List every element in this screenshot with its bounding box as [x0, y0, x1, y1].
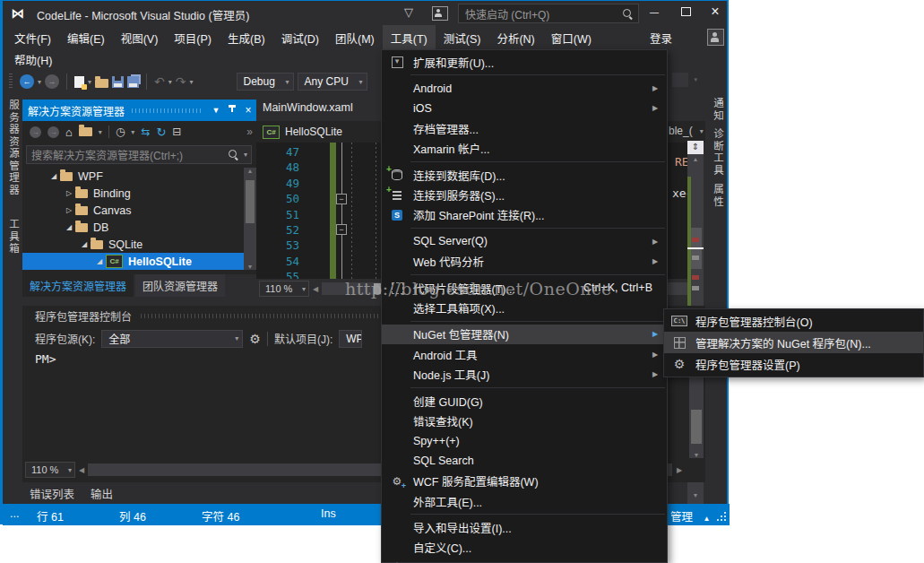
- side-tab[interactable]: 诊断工具: [711, 128, 725, 177]
- menu-item[interactable]: 错误查找(K): [382, 411, 667, 430]
- default-project-combo[interactable]: WP: [339, 330, 362, 348]
- menubar-item-help[interactable]: 帮助(H): [6, 51, 60, 68]
- tree-item[interactable]: ◢WPF: [22, 168, 244, 185]
- menu-item[interactable]: NuGet 包管理器(N): [382, 325, 667, 344]
- panel-tab[interactable]: 输出: [91, 485, 113, 502]
- sync-with-active-document-icon[interactable]: [141, 126, 150, 138]
- scroll-down-icon[interactable]: [689, 452, 704, 458]
- menubar-item[interactable]: 编辑(E): [59, 25, 113, 51]
- sign-in-link[interactable]: 登录: [650, 30, 672, 47]
- platform-combo[interactable]: Any CPU: [298, 73, 367, 91]
- menu-item[interactable]: SQL Search: [382, 451, 667, 471]
- tree-item[interactable]: ▷Binding: [22, 185, 244, 202]
- tree-item[interactable]: ◢SQLite: [22, 236, 244, 253]
- menu-item[interactable]: 扩展和更新(U)...: [382, 52, 667, 72]
- chevron-down-icon[interactable]: [131, 128, 134, 136]
- document-tab[interactable]: MainWindow.xaml: [263, 101, 353, 114]
- close-button[interactable]: [702, 1, 729, 22]
- menubar-item[interactable]: 工具(T): [383, 25, 436, 51]
- collapse-region-icon[interactable]: −: [336, 194, 347, 204]
- open-file-icon[interactable]: [95, 79, 108, 88]
- toolbar-grip[interactable]: [9, 74, 13, 90]
- status-overflow[interactable]: ...: [10, 507, 19, 520]
- menu-item[interactable]: Xamarin 帐户...: [382, 139, 667, 159]
- menu-item[interactable]: 选项(O)...: [382, 558, 667, 563]
- menubar-item[interactable]: 分析(N): [488, 25, 542, 51]
- menubar-item[interactable]: 文件(F): [6, 25, 59, 51]
- menu-item[interactable]: 连接到数据库(D)...: [382, 165, 667, 185]
- menubar-item[interactable]: 生成(B): [220, 25, 273, 51]
- menubar-item[interactable]: 团队(M): [327, 25, 383, 51]
- close-icon[interactable]: ×: [240, 104, 256, 117]
- menu-item[interactable]: 存档管理器...: [382, 118, 667, 138]
- menu-item[interactable]: 代码片段管理器(T)...Ctrl+K, Ctrl+B: [382, 278, 667, 298]
- solution-explorer-header[interactable]: 解决方案资源管理器 ▼ ×: [22, 100, 256, 121]
- scrollbar-thumb[interactable]: [691, 410, 702, 444]
- menubar-item[interactable]: 窗口(W): [543, 25, 600, 51]
- home-icon[interactable]: [65, 126, 73, 139]
- panel-tab[interactable]: 解决方案资源管理器: [22, 274, 134, 297]
- window-position-chevron-icon[interactable]: ▼: [208, 106, 224, 115]
- menu-item[interactable]: Web 代码分析: [382, 252, 667, 272]
- new-file-icon[interactable]: [74, 76, 84, 88]
- scroll-right-icon[interactable]: [672, 466, 687, 474]
- tree-item[interactable]: ◢C#HelloSQLite: [22, 253, 244, 270]
- menu-item[interactable]: 外部工具(E)...: [382, 491, 667, 511]
- solution-tree-scrollbar[interactable]: ▲ ▼: [244, 168, 256, 270]
- twist-icon-collapsed[interactable]: ▷: [63, 206, 75, 214]
- minimize-button[interactable]: [641, 1, 668, 22]
- menu-item[interactable]: 连接到服务器(S)...: [382, 185, 667, 204]
- configuration-combo[interactable]: Debug: [237, 73, 294, 91]
- scroll-left-icon[interactable]: [75, 466, 88, 474]
- menu-item[interactable]: 程序包管理器设置(P): [664, 353, 923, 375]
- scroll-up-icon[interactable]: [687, 156, 704, 162]
- scroll-down-icon[interactable]: [687, 492, 704, 498]
- scroll-left-icon[interactable]: [309, 285, 322, 293]
- side-tab[interactable]: 通知: [711, 98, 725, 122]
- menubar-item[interactable]: 调试(D): [273, 25, 327, 51]
- quick-launch-search[interactable]: 快速启动 (Ctrl+Q): [458, 4, 639, 23]
- save-all-icon[interactable]: [127, 76, 139, 88]
- tree-item[interactable]: ▷Canvas: [22, 202, 244, 219]
- twist-icon-expanded[interactable]: ◢: [93, 257, 106, 265]
- twist-icon-collapsed[interactable]: ▷: [63, 189, 75, 197]
- menu-item[interactable]: 管理解决方案的 NuGet 程序包(N)...: [664, 332, 923, 353]
- twist-icon-expanded[interactable]: ◢: [63, 223, 75, 231]
- pending-changes-icon[interactable]: [116, 126, 125, 138]
- menu-item[interactable]: 导入和导出设置(I)...: [382, 517, 667, 537]
- save-icon[interactable]: [112, 76, 124, 88]
- collapse-region-icon[interactable]: −: [336, 224, 347, 235]
- refresh-icon[interactable]: [156, 126, 166, 139]
- menubar-item[interactable]: 测试(S): [436, 25, 489, 51]
- navigate-forward-icon[interactable]: [45, 74, 59, 89]
- undo-dropdown-icon[interactable]: [168, 78, 172, 86]
- menu-item[interactable]: 创建 GUID(G): [382, 391, 667, 411]
- chevron-down-icon[interactable]: [99, 128, 102, 136]
- menu-item[interactable]: Android 工具: [382, 344, 667, 364]
- menu-item[interactable]: 添加 SharePoint 连接(R)...: [382, 205, 667, 225]
- menubar-item[interactable]: 视图(V): [113, 25, 167, 51]
- menu-item[interactable]: Node.js 工具(J): [382, 364, 667, 384]
- filter-funnel-icon[interactable]: [404, 5, 413, 19]
- twist-icon-expanded[interactable]: ◢: [78, 240, 91, 248]
- maximize-button[interactable]: [672, 1, 699, 22]
- feedback-icon[interactable]: [432, 6, 448, 21]
- scroll-up-icon[interactable]: ▲: [244, 168, 256, 174]
- editor-zoom-combo[interactable]: 110 %: [259, 281, 309, 297]
- resize-grip[interactable]: [716, 511, 727, 522]
- toolbar-overflow-icon[interactable]: [246, 126, 253, 138]
- split-window-handle[interactable]: [687, 141, 704, 154]
- side-tab[interactable]: 工具箱: [6, 219, 21, 256]
- redo-dropdown-icon[interactable]: [190, 78, 194, 86]
- navigate-back-icon[interactable]: [20, 74, 34, 89]
- solution-search-box[interactable]: 搜索解决方案资源管理器(Ctrl+;): [26, 145, 252, 164]
- nav-member-dropdown[interactable]: ble_(: [669, 125, 704, 137]
- redo-icon[interactable]: [176, 75, 186, 88]
- pin-icon[interactable]: [228, 105, 237, 116]
- status-publish-label[interactable]: 管理: [670, 507, 710, 524]
- menu-item[interactable]: Spy++(+): [382, 431, 667, 451]
- avatar-icon[interactable]: [707, 29, 724, 46]
- scroll-down-icon[interactable]: ▼: [244, 264, 256, 270]
- forward-icon[interactable]: [47, 126, 59, 138]
- menu-item[interactable]: 选择工具箱项(X)...: [382, 298, 667, 317]
